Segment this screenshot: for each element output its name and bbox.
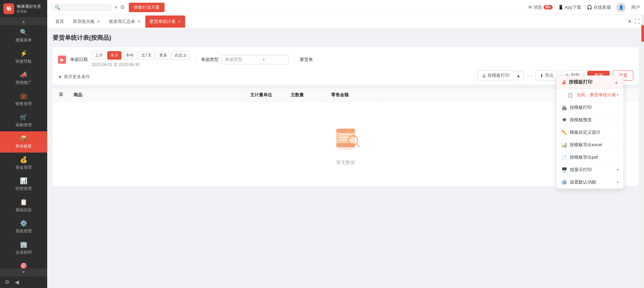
dropdown-title: 按模板打印 — [569, 79, 592, 85]
table-section: ☰ 商品 主计量单位 主数量 零售金额 — [53, 89, 639, 186]
tab-home[interactable]: 首页 — [51, 15, 68, 28]
filter-row-1: ▶ 单据日期 上月 本月 本年 近7天 更多 自定义 2023-06-01 至 … — [58, 51, 633, 68]
header-dropdown-icon[interactable]: ▾ — [115, 4, 117, 10]
date-btn-7days[interactable]: 近7天 — [138, 51, 155, 60]
print-dropdown-button[interactable]: ▲ — [514, 71, 524, 80]
date-btn-this-year[interactable]: 本年 — [123, 51, 137, 60]
date-buttons: 上月 本月 本年 近7天 更多 自定义 — [92, 51, 190, 60]
header-gear-icon[interactable]: ⚙ — [120, 4, 125, 10]
dropdown-item-display-print[interactable]: 🖥️ 按显示打印 ▾ — [557, 164, 623, 176]
dropdown-item-export-excel[interactable]: 📊 按模板导出excel — [557, 139, 623, 151]
customer-service-item[interactable]: 🎧 在线客服 — [587, 4, 611, 10]
tab-maximize-icon[interactable]: ⛶ — [635, 19, 640, 25]
filter-type-section: 单据类型 单据类型 ▾ — [201, 55, 289, 64]
tab-inventory-batch[interactable]: 库存批次账 ✕ — [69, 15, 104, 28]
goods-label: 要货单 — [300, 57, 313, 63]
tab-receivables[interactable]: 收发存汇总表 ✕ — [105, 15, 145, 28]
sidebar-item-inventory[interactable]: 📦 库存核算 — [0, 131, 47, 153]
expand-button[interactable]: ▼ 展开更多条件 — [58, 74, 90, 80]
message-icon: ✉ — [528, 5, 532, 10]
logo-icon: 畅 — [3, 3, 14, 14]
display-print-icon: 🖥️ — [561, 167, 567, 172]
type-label: 单据类型 — [201, 57, 218, 63]
sidebar-item-newbie[interactable]: 🎯 新手引导 — [0, 259, 47, 268]
more-icon[interactable]: ··· — [527, 72, 532, 79]
sidebar-item-enterprise[interactable]: 🏢 企业协同 — [0, 237, 47, 259]
search-input[interactable] — [62, 5, 106, 10]
template-preview-icon: 👁️ — [561, 117, 567, 123]
newbie-icon: 🎯 — [20, 262, 27, 268]
avatar[interactable]: 👤 — [616, 3, 626, 12]
export-button[interactable]: ⬆ 导出 — [535, 70, 558, 81]
tab-close-receivables[interactable]: ✕ — [137, 19, 141, 24]
sidebar: 畅 畅康通好生意 标准版 ▲ 🔍 搜索菜单 ⚡ 快捷导航 📣 营销推广 💼 销售… — [0, 0, 47, 288]
date-btn-last-month[interactable]: 上月 — [92, 51, 106, 60]
template-print-icon: 🖨️ — [561, 105, 567, 110]
sidebar-scroll-up[interactable]: ▲ — [0, 18, 47, 25]
svg-rect-5 — [340, 137, 349, 138]
date-btn-more[interactable]: 更多 — [156, 51, 170, 60]
dropdown-item-export-pdf[interactable]: 📄 按模板导出pdf — [557, 151, 623, 164]
tab-order-stats[interactable]: 要货单统计表 ✕ — [145, 15, 185, 28]
dropdown-item-default-setting[interactable]: ⚙️ 设置默认功能 ▾ — [557, 176, 623, 189]
dropdown-print-icon: 🖨 — [561, 79, 566, 85]
dropdown-collapse-icon[interactable]: ▲ — [614, 79, 619, 85]
sidebar-item-operations[interactable]: 📊 经营管理 — [0, 174, 47, 195]
trial-button[interactable]: 体验行业方案 — [129, 3, 165, 12]
dropdown-header: 🖨 按模板打印 ▲ — [557, 76, 623, 89]
user-name: 用户 — [631, 4, 640, 10]
message-item[interactable]: ✉ 消息 99+ — [528, 4, 553, 10]
dropdown-item-template-preview[interactable]: 👁️ 按模板预览 — [557, 114, 623, 126]
filter-separator-2 — [294, 56, 294, 64]
date-btn-this-month[interactable]: 本月 — [107, 51, 121, 60]
print-btn-group: 🖨 按模板打印 ▲ — [477, 70, 524, 81]
sidebar-item-system[interactable]: ⚙️ 系统管理 — [0, 216, 47, 237]
dropdown-item-template-design[interactable]: ✏️ 模板自定义设计 — [557, 126, 623, 139]
search-nav-icon: 🔍 — [20, 29, 27, 36]
purchase-icon: 🛒 — [20, 114, 27, 121]
type-select-arrow: ▾ — [263, 57, 265, 62]
type-select-label: 单据类型 — [225, 57, 242, 63]
operations-icon: 📊 — [20, 177, 27, 185]
sidebar-item-sales[interactable]: 💼 销售管理 — [0, 89, 47, 110]
print-icon: 🖨 — [482, 73, 486, 78]
empty-illustration — [329, 122, 362, 156]
header-right: ✉ 消息 99+ 📱 App下载 🎧 在线客服 👤 用户 — [528, 3, 640, 12]
dropdown-item-template-print[interactable]: 🖨️ 按模板打印 — [557, 101, 623, 114]
column-settings-icon[interactable]: ☰ — [59, 92, 63, 97]
sidebar-item-purchase[interactable]: 🛒 采购管理 — [0, 110, 47, 131]
search-box[interactable]: 🔍 — [51, 3, 112, 11]
collapse-icon[interactable]: ◀ — [15, 279, 19, 285]
table-header: ☰ 商品 主计量单位 主数量 零售金额 — [53, 89, 639, 102]
export-icon: ⬆ — [540, 73, 544, 78]
current-template-arrow: ▾ — [617, 93, 619, 97]
date-btn-custom[interactable]: 自定义 — [172, 51, 190, 60]
sales-icon: 💼 — [20, 92, 27, 100]
sidebar-item-basic[interactable]: 📋 基础信息 — [0, 195, 47, 216]
filter-separator-1 — [195, 56, 196, 64]
type-select[interactable]: 单据类型 ▾ — [221, 55, 289, 64]
sidebar-scroll-down[interactable]: ▼ — [0, 268, 47, 276]
app-download-item[interactable]: 📱 App下载 — [558, 4, 581, 10]
sidebar-item-finance[interactable]: 💰 资金管理 — [0, 153, 47, 174]
scrollbar-thumb[interactable] — [641, 28, 644, 42]
sidebar-footer: ⚙ ◀ — [0, 276, 47, 288]
filter-toggle-button[interactable]: ▶ — [58, 56, 66, 64]
tab-bar: 首页 库存批次账 ✕ 收发存汇总表 ✕ 要货单统计表 ✕ ✕ ⛶ — [47, 15, 644, 28]
tab-close-all-icon[interactable]: ✕ — [627, 18, 632, 25]
col-header-check: ☰ — [53, 89, 69, 102]
tab-close-inventory-batch[interactable]: ✕ — [97, 19, 100, 24]
dropdown-current-template[interactable]: 📋 当前：要货单统计表 ▾ — [557, 89, 623, 101]
settings-icon[interactable]: ⚙ — [5, 279, 9, 285]
empty-state: 暂无数据 — [53, 102, 639, 186]
shortcut-icon: ⚡ — [20, 50, 27, 57]
display-print-arrow: ▾ — [617, 167, 619, 172]
template-design-icon: ✏️ — [561, 130, 567, 135]
print-template-button[interactable]: 🖨 按模板打印 — [477, 70, 514, 81]
sidebar-item-search[interactable]: 🔍 搜索菜单 — [0, 25, 47, 46]
more-options[interactable]: ··· — [527, 72, 532, 79]
sidebar-item-shortcut[interactable]: ⚡ 快捷导航 — [0, 46, 47, 68]
tab-close-order-stats[interactable]: ✕ — [178, 19, 181, 24]
export-pdf-icon: 📄 — [561, 155, 567, 160]
sidebar-item-marketing[interactable]: 📣 营销推广 — [0, 68, 47, 89]
